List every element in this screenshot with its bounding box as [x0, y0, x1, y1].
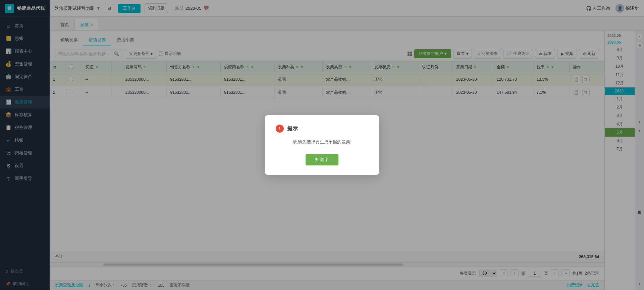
warning-icon: ! [276, 125, 284, 133]
modal-title: 提示 [287, 125, 298, 132]
modal-title-row: ! 提示 [276, 125, 368, 133]
modal-overlay: ! 提示 亲,请先选择要生成单据的发票! 知道了 [0, 0, 644, 290]
modal-btn-row: 知道了 [276, 154, 368, 165]
modal-ok-button[interactable]: 知道了 [306, 154, 338, 165]
modal-message: 亲,请先选择要生成单据的发票! [276, 138, 368, 146]
modal-box: ! 提示 亲,请先选择要生成单据的发票! 知道了 [265, 115, 379, 174]
